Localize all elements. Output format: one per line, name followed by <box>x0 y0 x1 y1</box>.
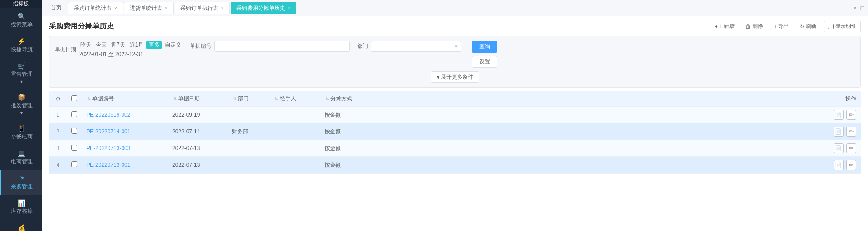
sidebar-item-stock[interactable]: 📊 库存核算 <box>0 195 42 220</box>
sidebar-item-purchase[interactable]: 🛍 采购管理 <box>0 170 42 195</box>
row-checkbox[interactable] <box>71 145 77 151</box>
tab-close-icon[interactable]: × <box>114 6 117 11</box>
export-button[interactable]: ↓ 导出 <box>770 21 793 32</box>
row-actions: 📄 ✏ <box>807 123 861 140</box>
sidebar-item-wholesale[interactable]: 📦 批发管理 ▾ <box>0 89 42 120</box>
expand-more-container: ▾ 展开更多条件 <box>55 71 855 83</box>
table-row: 1 PE-20220919-002 2022-09-19 按金额 📄 ✏ <box>49 107 861 123</box>
edit-action-icon[interactable]: ✏ <box>846 127 856 137</box>
chart-icon: 📊 <box>4 199 39 207</box>
row-split-method: 按金额 <box>320 157 807 174</box>
row-checkbox[interactable] <box>71 161 77 167</box>
tab-purchase-order-exec[interactable]: 采购订单执行表 × <box>175 2 230 14</box>
doc-num-input[interactable] <box>214 41 350 52</box>
row-dept <box>227 107 269 123</box>
row-checkbox-cell[interactable] <box>67 107 82 123</box>
tab-maximize-icon[interactable]: □ <box>861 5 864 12</box>
sidebar-item-retail[interactable]: 🛒 零售管理 ▾ <box>0 58 42 89</box>
dept-select[interactable]: 财务部 <box>371 41 461 52</box>
table-container: ⚙ ⇅ 单据编号 ⇅ 单据日期 ⇅ 部门 <box>42 91 868 231</box>
page-title: 采购费用分摊单历史 <box>49 22 114 31</box>
more-shortcut[interactable]: 更多 <box>146 41 162 49</box>
yesterday-shortcut[interactable]: 昨天 <box>79 41 93 49</box>
sidebar-item-finance[interactable]: 💰 资金管理 <box>0 220 42 231</box>
checkbox-column-header[interactable] <box>67 91 82 107</box>
delete-icon: 🗑 <box>745 24 751 30</box>
col-sort-icon[interactable]: ⇅ <box>87 96 91 101</box>
toolbar: + + 新增 🗑 删除 ↓ 导出 ↻ 刷新 显示明细 <box>711 21 861 32</box>
view-action-icon[interactable]: 📄 <box>834 160 844 170</box>
search-button[interactable]: 查询 <box>472 41 497 53</box>
select-all-checkbox[interactable] <box>71 95 77 101</box>
add-icon: + <box>715 24 718 30</box>
gear-column-header[interactable]: ⚙ <box>49 91 67 107</box>
doc-num-field: 单据编号 <box>190 41 350 52</box>
show-columns-checkbox[interactable] <box>828 24 834 29</box>
today-shortcut[interactable]: 今天 <box>94 41 108 49</box>
col-sort-icon[interactable]: ⇅ <box>173 96 177 101</box>
row-handler <box>269 157 320 174</box>
tab-close-icon[interactable]: × <box>221 6 224 11</box>
sidebar-item-search[interactable]: 🔍 搜索菜单 <box>0 8 42 33</box>
page-header: 采购费用分摊单历史 + + 新增 🗑 删除 ↓ 导出 ↻ 刷新 显示明细 <box>42 16 868 36</box>
custom-shortcut[interactable]: 自定义 <box>164 41 183 49</box>
export-icon: ↓ <box>774 24 777 30</box>
search-bar: 单据日期 昨天 今天 近7天 近1月 更多 自定义 2022-01-01 至 2… <box>49 36 861 88</box>
row-checkbox-cell[interactable] <box>67 123 82 140</box>
sidebar-item-label: 库存核算 <box>4 207 39 215</box>
dept-label: 部门 <box>357 42 368 50</box>
row-checkbox[interactable] <box>71 128 77 134</box>
tab-home[interactable]: 首页 <box>45 2 67 14</box>
export-label: 导出 <box>778 23 789 30</box>
col-sort-icon[interactable]: ⇅ <box>326 96 329 101</box>
cart-icon: 🛒 <box>4 62 39 70</box>
row-checkbox[interactable] <box>71 111 77 117</box>
row-checkbox-cell[interactable] <box>67 140 82 157</box>
row-num: 4 <box>49 157 67 174</box>
tabs-bar: 首页 采购订单统计表 × 进货单统计表 × 采购订单执行表 × 采购费用分摊单历… <box>42 0 868 16</box>
view-action-icon[interactable]: 📄 <box>834 127 844 137</box>
view-action-icon[interactable]: 📄 <box>834 143 844 153</box>
row-doc-date: 2022-07-13 <box>168 140 227 157</box>
table-header-row: ⚙ ⇅ 单据编号 ⇅ 单据日期 ⇅ 部门 <box>49 91 861 107</box>
tab-close-icon[interactable]: × <box>288 6 291 11</box>
doc-num-link[interactable]: PE-20220714-001 <box>86 128 130 135</box>
date-range-display: 2022-01-01 至 2022-12-31 <box>79 51 183 58</box>
main-content: 首页 采购订单统计表 × 进货单统计表 × 采购订单执行表 × 采购费用分摊单历… <box>42 0 868 231</box>
sidebar-item-mini[interactable]: 📱 小畅电商 <box>0 120 42 145</box>
show-columns-button[interactable]: 显示明细 <box>824 21 861 32</box>
tab-close-all-icon[interactable]: × <box>853 5 857 12</box>
search-icon: 🔍 <box>4 13 39 20</box>
tab-label: 进货单统计表 <box>130 5 162 12</box>
show-columns-label: 显示明细 <box>835 23 857 30</box>
doc-num-link[interactable]: PE-20220713-001 <box>86 162 130 168</box>
tab-purchase-cost-history[interactable]: 采购费用分摊单历史 × <box>231 2 297 14</box>
sidebar-item-ecom[interactable]: 💻 电商管理 <box>0 145 42 170</box>
row-doc-num: PE-20220713-003 <box>82 140 168 157</box>
settings-button[interactable]: 设置 <box>472 56 497 68</box>
add-button[interactable]: + + 新增 <box>711 21 738 32</box>
refresh-icon: ↻ <box>800 24 804 30</box>
sidebar-item-quicknav[interactable]: ⚡ 快捷导航 <box>0 33 42 58</box>
col-sort-icon[interactable]: ⇅ <box>274 96 278 101</box>
doc-num-link[interactable]: PE-20220713-003 <box>86 145 130 151</box>
row-checkbox-cell[interactable] <box>67 157 82 174</box>
row-actions: 📄 ✏ <box>807 157 861 174</box>
tab-incoming-stat[interactable]: 进货单统计表 × <box>124 2 174 14</box>
view-action-icon[interactable]: 📄 <box>834 110 844 120</box>
last7days-shortcut[interactable]: 近7天 <box>110 41 127 49</box>
expand-more-button[interactable]: ▾ 展开更多条件 <box>431 71 479 83</box>
edit-action-icon[interactable]: ✏ <box>846 110 856 120</box>
delete-button[interactable]: 🗑 删除 <box>742 21 767 32</box>
col-sort-icon[interactable]: ⇅ <box>233 96 236 101</box>
edit-action-icon[interactable]: ✏ <box>846 143 856 153</box>
row-doc-date: 2022-07-14 <box>168 123 227 140</box>
doc-num-link[interactable]: PE-20220919-002 <box>86 112 130 118</box>
edit-action-icon[interactable]: ✏ <box>846 160 856 170</box>
tab-purchase-order-stat[interactable]: 采购订单统计表 × <box>68 2 123 14</box>
last1month-shortcut[interactable]: 近1月 <box>128 41 145 49</box>
tab-close-icon[interactable]: × <box>165 6 168 11</box>
refresh-button[interactable]: ↻ 刷新 <box>796 21 820 32</box>
doc-date-column-header: ⇅ 单据日期 <box>168 91 227 107</box>
money-icon: 💰 <box>4 224 39 231</box>
